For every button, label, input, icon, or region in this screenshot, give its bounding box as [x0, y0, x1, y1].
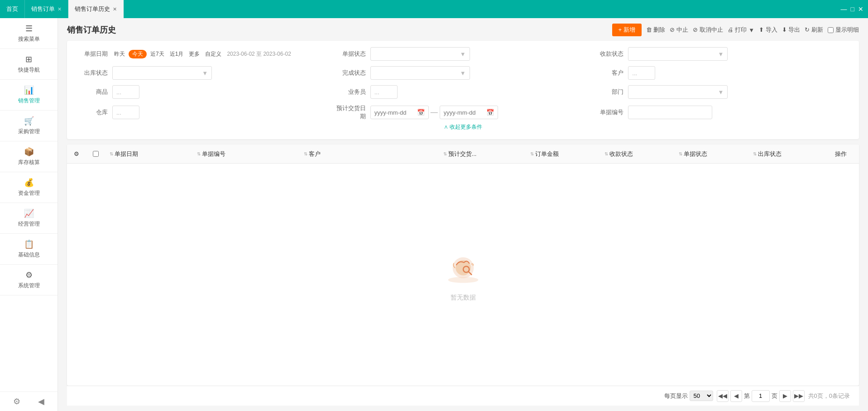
sidebar-collapse-icon[interactable]: ◀ — [38, 396, 44, 406]
th-check[interactable] — [86, 151, 105, 157]
goods-control[interactable]: ... — [112, 85, 334, 99]
customer-control[interactable]: ... — [628, 66, 850, 80]
page-number-input[interactable] — [752, 390, 770, 402]
receipt-status-control[interactable]: ▼ — [628, 47, 850, 61]
select-all-checkbox[interactable] — [93, 151, 99, 157]
stop-button[interactable]: ⊘ 中止 — [670, 26, 688, 34]
department-control[interactable]: ▼ — [628, 85, 850, 99]
filter-area: 单据日期 昨天 今天 近7天 近1月 更多 自定义 2023-06-02 至 2… — [67, 41, 859, 139]
th-customer[interactable]: ⇅ 客户 — [299, 150, 439, 158]
inventory-check-icon: 📦 — [24, 147, 34, 157]
th-num[interactable]: ⇅ 单据编号 — [192, 150, 299, 158]
order-num-input[interactable] — [628, 106, 712, 119]
main-layout: ☰ 搜索菜单 ⊞ 快捷导航 📊 销售管理 🛒 采购管理 📦 库存核算 💰 资金管… — [0, 18, 868, 411]
th-gear[interactable]: ⚙ — [67, 150, 86, 157]
date-btn-yesterday[interactable]: 昨天 — [112, 50, 127, 58]
sys-mgmt-icon: ⚙ — [25, 270, 33, 280]
tab-sales-history-close[interactable]: ✕ — [113, 6, 117, 12]
sidebar-item-capital-mgmt[interactable]: 💰 资金管理 — [0, 172, 58, 203]
delivery-date-from-wrap[interactable]: 📅 — [370, 106, 429, 119]
sidebar-settings-icon[interactable]: ⚙ — [13, 396, 20, 406]
tab-sales-order[interactable]: 销售订单 ✕ — [25, 0, 68, 18]
th-receipt[interactable]: ⇅ 收款状态 — [600, 150, 674, 158]
collapse-button[interactable]: ∧ 收起更多条件 — [76, 121, 850, 133]
window-maximize[interactable]: □ — [851, 5, 854, 13]
warehouse-control[interactable]: ... — [112, 106, 334, 119]
sidebar-item-inventory-check[interactable]: 📦 库存核算 — [0, 141, 58, 172]
empty-state: 暂无数据 — [67, 164, 859, 386]
th-date[interactable]: ⇅ 单据日期 — [105, 150, 192, 158]
sidebar-item-basic-info[interactable]: 📋 基础信息 — [0, 234, 58, 265]
print-button[interactable]: 🖨 打印 ▼ — [728, 26, 755, 34]
pagination: ◀◀ ◀ 第 页 ▶ ▶▶ — [717, 390, 805, 402]
show-detail-check[interactable]: 显示明细 — [828, 26, 859, 34]
goods-picker[interactable]: ... — [112, 85, 139, 99]
department-label: 部门 — [592, 88, 628, 96]
next-page-button[interactable]: ▶ — [779, 390, 791, 402]
show-detail-checkbox[interactable] — [828, 27, 834, 33]
sidebar-item-label: 经营管理 — [18, 220, 40, 228]
date-btn-today[interactable]: 今天 — [129, 50, 147, 58]
date-btn-more[interactable]: 更多 — [187, 50, 201, 58]
order-status-select[interactable]: ▼ — [370, 47, 470, 61]
import-button[interactable]: ⬆ 导入 — [759, 26, 777, 34]
order-num-control[interactable] — [628, 106, 850, 119]
delete-button[interactable]: 🗑 删除 — [646, 26, 666, 34]
th-status[interactable]: ⇅ 单据状态 — [674, 150, 748, 158]
salesman-picker[interactable]: ... — [370, 85, 398, 99]
sidebar-item-search-menu[interactable]: ☰ 搜索菜单 — [0, 18, 58, 49]
last-page-button[interactable]: ▶▶ — [793, 390, 805, 402]
warehouse-status-select[interactable]: ▼ — [112, 66, 212, 80]
date-btn-1month[interactable]: 近1月 — [168, 50, 186, 58]
complete-status-arrow-icon: ▼ — [460, 70, 466, 77]
order-num-label: 单据编号 — [592, 108, 628, 116]
cancel-stop-button[interactable]: ⊘ 取消中止 — [693, 26, 723, 34]
tab-sales-history[interactable]: 销售订单历史 ✕ — [68, 0, 124, 18]
delivery-date-control: 📅 — 📅 — [370, 106, 592, 119]
warehouse-label: 仓库 — [76, 108, 112, 116]
window-close[interactable]: ✕ — [858, 5, 863, 13]
purchase-mgmt-icon: 🛒 — [24, 116, 34, 126]
date-btn-7days[interactable]: 近7天 — [149, 50, 166, 58]
export-button[interactable]: ⬇ 导出 — [782, 26, 801, 34]
order-status-label: 单据状态 — [334, 50, 370, 58]
first-page-button[interactable]: ◀◀ — [717, 390, 729, 402]
sidebar-item-sys-mgmt[interactable]: ⚙ 系统管理 — [0, 265, 58, 295]
department-select[interactable]: ▼ — [628, 85, 728, 99]
page-size-select[interactable]: 10 20 50 100 — [690, 391, 713, 401]
window-minimize[interactable]: — — [841, 5, 847, 13]
new-button[interactable]: + 新增 — [612, 24, 642, 36]
content-area: 销售订单历史 + 新增 🗑 删除 ⊘ 中止 ⊘ 取消中止 🖨 打印 ▼ — [58, 18, 868, 411]
customer-picker[interactable]: ... — [628, 66, 655, 80]
salesman-control[interactable]: ... — [370, 85, 592, 99]
receipt-status-select[interactable]: ▼ — [628, 47, 728, 61]
page-header: 销售订单历史 + 新增 🗑 删除 ⊘ 中止 ⊘ 取消中止 🖨 打印 ▼ — [58, 18, 868, 41]
complete-status-select[interactable]: ▼ — [370, 66, 470, 80]
warehouse-status-control[interactable]: ▼ — [112, 66, 334, 80]
refresh-button[interactable]: ↻ 刷新 — [805, 26, 823, 34]
tab-sales-order-close[interactable]: ✕ — [58, 6, 62, 12]
th-delivery[interactable]: ⇅ 预计交货... — [439, 150, 526, 158]
date-btn-custom[interactable]: 自定义 — [203, 50, 223, 58]
tab-home[interactable]: 首页 — [0, 0, 25, 18]
date-dash: — — [431, 108, 438, 116]
sidebar-item-quick-nav[interactable]: ⊞ 快捷导航 — [0, 49, 58, 80]
prev-page-button[interactable]: ◀ — [730, 390, 742, 402]
calendar-from-icon[interactable]: 📅 — [417, 109, 425, 116]
th-warehouse[interactable]: ⇅ 出库状态 — [748, 150, 823, 158]
delivery-date-from-input[interactable] — [374, 109, 415, 116]
calendar-to-icon[interactable]: 📅 — [486, 109, 494, 116]
sidebar-item-sales-mgmt[interactable]: 📊 销售管理 — [0, 80, 58, 111]
th-action: 操作 — [823, 150, 859, 158]
order-status-control[interactable]: ▼ — [370, 47, 592, 61]
department-arrow-icon: ▼ — [718, 89, 724, 96]
sidebar-item-label: 采购管理 — [18, 128, 40, 135]
warehouse-picker[interactable]: ... — [112, 106, 139, 119]
delivery-date-to-wrap[interactable]: 📅 — [440, 106, 498, 119]
complete-status-control[interactable]: ▼ — [370, 66, 592, 80]
th-amount[interactable]: ⇅ 订单金额 — [526, 150, 600, 158]
delivery-date-to-input[interactable] — [444, 109, 484, 116]
sidebar-item-purchase-mgmt[interactable]: 🛒 采购管理 — [0, 111, 58, 141]
sidebar-item-ops-mgmt[interactable]: 📈 经营管理 — [0, 203, 58, 234]
receipt-status-label: 收款状态 — [592, 50, 628, 58]
